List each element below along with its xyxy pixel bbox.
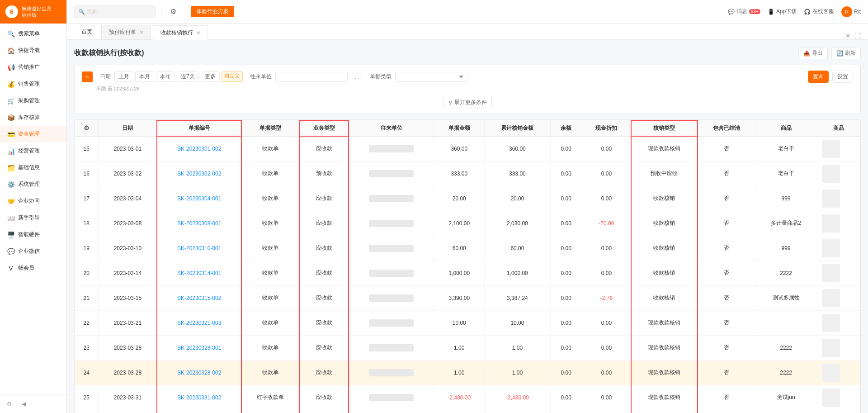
voucher-no-link[interactable]: SK-20230301-002 (177, 146, 221, 152)
online-service-btn[interactable]: 🎧 在线客服 (804, 8, 834, 15)
cell-date: 2023-03-15 (99, 285, 157, 310)
collect-tab-close[interactable]: ✕ (197, 30, 200, 35)
sidebar-icon-inventory: 📦 (7, 114, 14, 121)
sidebar-item-member[interactable]: V畅会员 (0, 260, 66, 276)
cell-goods2 (817, 136, 860, 161)
cell-balance: 0.00 (550, 161, 582, 186)
tab-home[interactable]: 首页 (74, 25, 99, 39)
sidebar-item-marketing[interactable]: 📢营销推广 (0, 59, 66, 76)
export-btn[interactable]: 📤 导出 (798, 47, 828, 59)
solution-btn[interactable]: 体验行业方案 (191, 6, 234, 17)
sidebar-item-inventory[interactable]: 📦库存核算 (0, 109, 66, 126)
maximize-icon[interactable]: ⛶ (854, 32, 861, 39)
voucher-no-link[interactable]: SK-20230315-002 (177, 295, 221, 301)
date-btn-7days[interactable]: 近7天 (177, 71, 199, 82)
date-btn-more[interactable]: 更多 (201, 71, 220, 82)
app-icon: 📱 (768, 9, 774, 15)
cell-amount: 1.00 (434, 360, 485, 385)
cell-voucher-type: 收款单 (241, 310, 299, 335)
cell-partner: ██████ (349, 236, 434, 261)
sidebar-item-guide[interactable]: 📖新手引导 (0, 209, 66, 226)
voucher-no-link[interactable]: SK-20230304-001 (177, 195, 221, 202)
voucher-no-link[interactable]: SK-20230308-001 (177, 220, 221, 227)
cell-partner: ██████ (349, 385, 434, 410)
sidebar-item-corp[interactable]: 🤝企业协同 (0, 193, 66, 209)
filter-expand-icon[interactable]: » (82, 71, 93, 82)
sidebar-item-sales[interactable]: 💰销售管理 (0, 76, 66, 92)
search-box[interactable]: 🔍 搜索... (74, 5, 156, 18)
cell-date: 2023-03-31 (99, 385, 157, 410)
table-row: 20 2023-03-14 SK-20230314-001 收款单 应收款 ██… (75, 261, 860, 285)
tab-collect[interactable]: 收款核销执行 ✕ (153, 25, 208, 40)
voucher-type-select[interactable] (395, 72, 467, 82)
sidebar-item-wechat[interactable]: 💬企业微信 (0, 243, 66, 260)
cell-amount: 3,390.00 (434, 285, 485, 310)
table-row: 18 2023-03-08 SK-20230308-001 收款单 应收款 ██… (75, 211, 860, 236)
user-avatar[interactable]: R Rit (841, 6, 861, 17)
cell-partner: ██████ (349, 410, 434, 413)
message-btn[interactable]: 💬 消息 99+ (728, 8, 760, 15)
sidebar-item-shortcut[interactable]: 🏠快捷导航 (0, 42, 66, 59)
sidebar-icon-member: V (7, 265, 14, 272)
app-download-btn[interactable]: 📱 App下载 (768, 8, 797, 15)
cell-goods: 老白干 (755, 136, 817, 161)
cell-voucher-type: 收款单 (241, 335, 299, 360)
refresh-btn[interactable]: 🔄 刷新 (831, 47, 861, 59)
cell-rownum: 19 (75, 236, 99, 261)
service-icon: 🎧 (804, 9, 811, 15)
col-header-accum: 累计核销金额 (485, 120, 550, 136)
sidebar-item-finance[interactable]: 💳资金管理 (0, 126, 66, 142)
cell-balance: 0.00 (550, 360, 582, 385)
partner-input[interactable] (275, 72, 348, 82)
voucher-no-link[interactable]: SK-20230331-002 (177, 394, 221, 401)
settings-filter-btn[interactable]: 设置 (832, 71, 853, 83)
sidebar-item-operations[interactable]: 📊经营管理 (0, 142, 66, 159)
date-btn-this-year[interactable]: 本年 (156, 71, 175, 82)
cell-include-settled: 否 (698, 161, 755, 186)
sidebar-item-purchase[interactable]: 🛒采购管理 (0, 92, 66, 109)
prepay-tab-close[interactable]: ✕ (140, 30, 143, 35)
voucher-no-link[interactable]: SK-20230314-001 (177, 270, 221, 276)
filter-row-1: » 日期 上月 本月 本年 近7天 更多 自定义 往来单位 (82, 71, 853, 83)
cell-accum: 1.00 (485, 360, 550, 385)
cell-biz-type: 预收款 (299, 161, 349, 186)
voucher-no-link[interactable]: SK-20230310-001 (177, 245, 221, 252)
sidebar-item-basic[interactable]: 🗂️基础信息 (0, 159, 66, 176)
date-btn-custom[interactable]: 自定义 (222, 71, 243, 82)
col-settings: ⚙ (75, 120, 99, 136)
cell-biz-type: 应收款 (299, 186, 349, 211)
table-row: 26 2023-04-03 SK-20230403-002 收款单 预收款 ██… (75, 410, 860, 413)
cell-include-settled: 否 (698, 236, 755, 261)
tab-prepay[interactable]: 预付应付单 ✕ (101, 25, 151, 39)
cell-cancel-type: 收款核销 (631, 186, 698, 211)
sidebar-icon-wechat: 💬 (7, 248, 14, 255)
cell-goods (755, 310, 817, 335)
date-btn-this-month[interactable]: 本月 (135, 71, 154, 82)
expand-conditions-btn[interactable]: ∨ 展开更多条件 (443, 97, 492, 108)
cell-rownum: 15 (75, 136, 99, 161)
gear-icon[interactable]: ⚙ (167, 5, 179, 18)
close-window-icon[interactable]: ✕ (845, 32, 851, 39)
table-scroll-wrapper[interactable]: ⚙ 日期 单据编号 单据类型 业务类型 往来单位 单据金额 累计核销金额 余额 … (75, 120, 860, 413)
cell-goods2 (817, 236, 860, 261)
cell-voucher-type: 收款单 (241, 261, 299, 285)
settings-icon[interactable]: ⚙ (4, 399, 14, 409)
voucher-no-link[interactable]: SK-20230328-001 (177, 345, 221, 351)
more-filters-dots[interactable]: ... (355, 73, 363, 81)
sidebar-item-system[interactable]: ⚙️系统管理 (0, 176, 66, 193)
cell-goods2 (817, 211, 860, 236)
collapse-icon[interactable]: ◀ (18, 399, 29, 409)
table-settings-icon[interactable]: ⚙ (84, 124, 90, 132)
sidebar-item-hardware[interactable]: 🖥️智能硬件 (0, 226, 66, 243)
sidebar-item-search[interactable]: 🔍搜索菜单 (0, 25, 66, 42)
cell-amount: 360.00 (434, 136, 485, 161)
voucher-no-link[interactable]: SK-20230321-003 (177, 320, 221, 326)
cell-biz-type: 应收款 (299, 261, 349, 285)
cell-rownum: 25 (75, 385, 99, 410)
refresh-icon: 🔄 (836, 50, 843, 57)
voucher-no-link[interactable]: SK-20230328-002 (177, 370, 221, 376)
cell-cash-discount: 0.00 (582, 310, 631, 335)
query-btn[interactable]: 查询 (808, 71, 829, 83)
voucher-no-link[interactable]: SK-20230302-002 (177, 171, 221, 177)
date-btn-last-month[interactable]: 上月 (114, 71, 133, 82)
